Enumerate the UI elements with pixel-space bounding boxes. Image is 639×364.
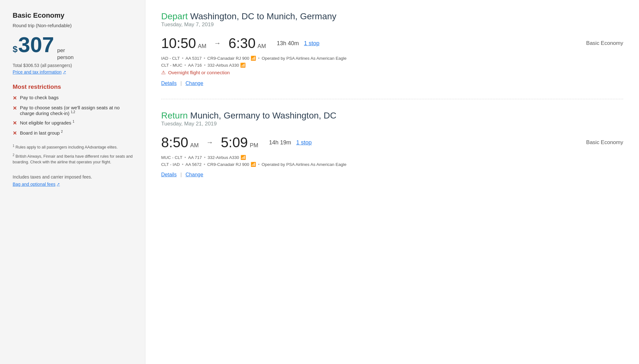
return-times-row: 8:50 AM → 5:09 PM 14h 19m 1 stop Basic E…: [161, 135, 623, 150]
return-stop-link[interactable]: 1 stop: [296, 139, 312, 146]
list-item: ✕ Pay to check bags: [13, 95, 134, 101]
right-panel: Depart Washington, DC to Munich, Germany…: [145, 0, 639, 364]
restriction-text: Pay to check bags: [20, 95, 59, 100]
dot-separator: [185, 157, 186, 158]
arrow-icon: →: [214, 39, 221, 47]
page-layout: Basic Economy Round trip (Non-refundable…: [0, 0, 639, 364]
return-depart-time-block: 8:50 AM: [161, 135, 199, 150]
wifi-icon: 📶: [240, 155, 246, 160]
bag-fees-link[interactable]: Bag and optional fees ↗: [13, 182, 60, 187]
x-icon: ✕: [13, 105, 17, 111]
section-divider: [161, 99, 623, 99]
footnote-2: 2 British Airways, Finnair and Iberia ha…: [13, 153, 134, 165]
return-actions: Details | Change: [161, 172, 623, 178]
return-leg1-details: MUC - CLT AA 717 332-Airbus A330 📶: [161, 155, 623, 160]
dot-separator: [204, 58, 205, 59]
duration-stops: 13h 40m 1 stop: [277, 40, 320, 47]
direction-word: Depart: [161, 11, 188, 21]
cabin-class-label: Basic Economy: [586, 40, 623, 46]
direction-word: Return: [161, 111, 188, 120]
depart-actions: Details | Change: [161, 81, 623, 86]
price-tax-link[interactable]: Price and tax information ↗: [13, 70, 66, 75]
restriction-list: ✕ Pay to check bags ✕ Pay to choose seat…: [13, 95, 134, 136]
return-direction: Return Munich, Germany to Washington, DC: [161, 111, 623, 121]
dot-separator: [204, 64, 205, 66]
x-icon: ✕: [13, 130, 17, 136]
stop-link[interactable]: 1 stop: [304, 40, 320, 47]
leg2-flight: AA 716: [188, 63, 202, 68]
external-link-icon: ↗: [63, 70, 66, 74]
return-depart-ampm: AM: [190, 142, 199, 149]
return-leg2-route: CLT - IAD: [161, 162, 180, 167]
dot-separator: [185, 64, 186, 66]
panel-title: Basic Economy: [13, 11, 134, 20]
return-leg2-operated: Operated by PSA Airlines As American Eag…: [262, 162, 347, 167]
overnight-text: Overnight flight or connection: [168, 70, 230, 75]
action-separator: |: [180, 81, 182, 86]
arrow-icon: →: [206, 138, 213, 147]
arrive-time-block: 6:30 AM: [228, 35, 266, 51]
list-item: ✕ Pay to choose seats (or we'll assign s…: [13, 105, 134, 116]
return-date: Tuesday, May 21, 2019: [161, 121, 623, 127]
dot-separator: [204, 157, 205, 158]
return-arrive-time-block: 5:09 PM: [221, 135, 259, 150]
left-panel: Basic Economy Round trip (Non-refundable…: [0, 0, 145, 364]
overnight-warning: ⚠ Overnight flight or connection: [161, 70, 623, 76]
restriction-text: Pay to choose seats (or we'll assign sea…: [20, 105, 134, 116]
return-leg1-aircraft: 332-Airbus A330: [208, 155, 239, 160]
return-leg1-route: MUC - CLT: [161, 155, 182, 160]
depart-time-block: 10:50 AM: [161, 35, 206, 51]
depart-section: Depart Washington, DC to Munich, Germany…: [161, 11, 623, 86]
leg1-flight: AA 5317: [186, 56, 202, 61]
depart-times-row: 10:50 AM → 6:30 AM 13h 40m 1 stop Basic …: [161, 35, 623, 51]
depart-details-link[interactable]: Details: [161, 81, 177, 86]
restriction-text: Not eligible for upgrades 1: [20, 120, 74, 125]
wifi-icon: 📶: [251, 56, 256, 61]
arrive-time-value: 6:30: [228, 35, 256, 51]
return-section: Return Munich, Germany to Washington, DC…: [161, 111, 623, 178]
trip-type-label: Round trip (Non-refundable): [13, 23, 134, 28]
return-duration-stops: 14h 19m 1 stop: [269, 139, 312, 146]
x-icon: ✕: [13, 95, 17, 101]
footnote-section: 1 Rules apply to all passengers includin…: [13, 144, 134, 165]
return-depart-time: 8:50: [161, 135, 188, 150]
total-price: Total $306.53 (all passengers): [13, 63, 134, 68]
return-change-link[interactable]: Change: [186, 172, 203, 178]
duration: 13h 40m: [277, 40, 299, 47]
return-leg2-aircraft: CR9-Canadair RJ 900: [207, 162, 249, 167]
leg1-route: IAD - CLT: [161, 56, 180, 61]
per-person-label: perperson: [57, 47, 74, 61]
dot-separator: [182, 164, 183, 165]
return-arrive-time: 5:09: [221, 135, 248, 150]
return-details-link[interactable]: Details: [161, 172, 177, 178]
depart-leg2-details: CLT - MUC AA 716 332-Airbus A330 📶: [161, 63, 623, 68]
list-item: ✕ Not eligible for upgrades 1: [13, 120, 134, 126]
list-item: ✕ Board in last group 2: [13, 130, 134, 136]
most-restrictions-title: Most restrictions: [13, 83, 134, 90]
return-leg2-flight: AA 5672: [186, 162, 202, 167]
external-link-icon: ↗: [57, 182, 60, 186]
currency-symbol: $: [13, 44, 18, 54]
x-icon: ✕: [13, 120, 17, 126]
wifi-icon: 📶: [240, 63, 246, 68]
depart-direction: Depart Washington, DC to Munich, Germany: [161, 11, 623, 21]
action-separator: |: [180, 172, 182, 178]
depart-route: Washington, DC to Munich, Germany: [190, 11, 337, 21]
depart-date: Tuesday, May 7, 2019: [161, 21, 623, 28]
return-route: Munich, Germany to Washington, DC: [190, 111, 337, 120]
leg1-aircraft: CR9-Canadair RJ 900: [207, 56, 249, 61]
return-duration: 14h 19m: [269, 139, 291, 146]
dot-separator: [258, 58, 259, 59]
return-leg2-details: CLT - IAD AA 5672 CR9-Canadair RJ 900 📶 …: [161, 162, 623, 167]
restriction-text: Board in last group 2: [20, 130, 63, 136]
depart-change-link[interactable]: Change: [186, 81, 203, 86]
footnote-1: 1 Rules apply to all passengers includin…: [13, 144, 134, 150]
leg2-route: CLT - MUC: [161, 63, 182, 68]
depart-time-ampm: AM: [198, 43, 206, 50]
return-header: Return Munich, Germany to Washington, DC…: [161, 111, 623, 127]
arrive-time-ampm: AM: [258, 43, 266, 50]
leg2-aircraft: 332-Airbus A330: [208, 63, 239, 68]
price-row: $ 307 perperson: [13, 34, 134, 61]
return-cabin-class: Basic Economy: [586, 139, 623, 146]
depart-time-value: 10:50: [161, 35, 196, 51]
